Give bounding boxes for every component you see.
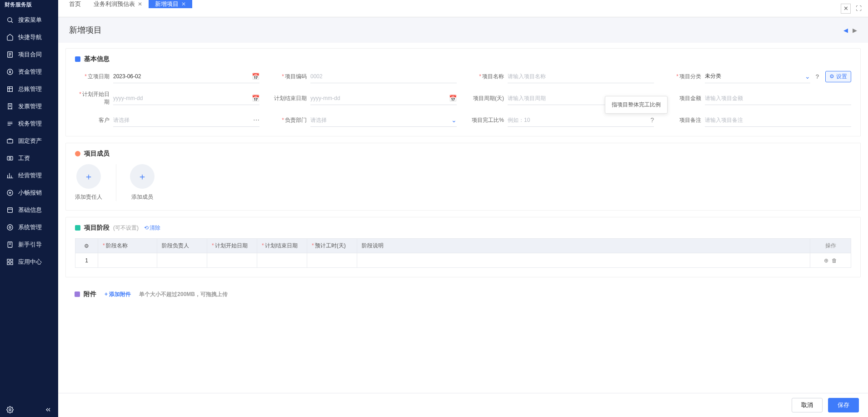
svg-rect-14 xyxy=(7,262,10,265)
system-icon xyxy=(6,224,14,231)
base-icon xyxy=(6,206,14,214)
settings-icon[interactable] xyxy=(6,406,14,413)
sidebar-item-label: 税务管理 xyxy=(18,120,42,128)
category-settings-button[interactable]: ⚙设置 xyxy=(825,71,851,82)
close-all-icon[interactable]: ✕ xyxy=(841,4,851,14)
chevron-down-icon[interactable]: ⌄ xyxy=(451,116,457,124)
more-icon[interactable]: ⋯ xyxy=(253,116,259,124)
field-complete-pct: 项目完工比% ? 指项目整体完工比例 xyxy=(469,113,654,127)
sidebar-item-1[interactable]: 快捷导航 xyxy=(0,29,58,46)
field-amount: 项目金额 xyxy=(667,90,851,106)
divider xyxy=(116,164,116,201)
remark-input[interactable] xyxy=(705,117,851,123)
field-dept: *负责部门 ⌄ xyxy=(272,113,457,127)
chevron-down-icon[interactable]: ⌄ xyxy=(805,73,810,80)
project-category-select[interactable]: 未分类 xyxy=(705,72,721,80)
add-owner-button[interactable]: ＋ xyxy=(76,164,101,189)
tabs-bar: 首页业务利润预估表✕新增项目✕ ✕ ⛶ xyxy=(58,0,868,17)
expand-icon[interactable]: ⛶ xyxy=(853,4,863,14)
project-name-input[interactable] xyxy=(508,73,654,80)
project-date-input[interactable] xyxy=(113,73,250,80)
calendar-icon[interactable]: 📅 xyxy=(252,95,259,102)
sidebar-item-14[interactable]: 应用中心 xyxy=(0,253,58,271)
phases-table: ⚙ *阶段名称 阶段负责人 *计划开始日期 *计划结束日期 *预计工时(天) 阶… xyxy=(75,238,851,268)
apps-icon xyxy=(6,258,14,266)
sidebar-item-5[interactable]: 发票管理 xyxy=(0,98,58,115)
sidebar-item-13[interactable]: 新手引导 xyxy=(0,236,58,253)
phases-hint: (可不设置) xyxy=(113,224,139,232)
cell-phase-start[interactable] xyxy=(207,253,257,268)
amount-input[interactable] xyxy=(705,95,851,101)
customer-input[interactable] xyxy=(113,117,251,123)
field-plan-end: 计划结束日期 📅 xyxy=(272,90,457,106)
guide-icon xyxy=(6,241,14,248)
sidebar-item-9[interactable]: 经营管理 xyxy=(0,167,58,184)
sidebar-item-label: 发票管理 xyxy=(18,102,42,111)
phases-clear-button[interactable]: 清除 xyxy=(144,224,160,232)
cell-phase-owner[interactable] xyxy=(157,253,207,268)
gear-icon[interactable]: ⚙ xyxy=(84,243,89,249)
cancel-button[interactable]: 取消 xyxy=(792,398,823,412)
row-delete-icon[interactable]: 🗑 xyxy=(832,257,837,264)
svg-rect-13 xyxy=(10,259,13,261)
field-project-category: *项目分类 未分类 ⌄ ? ⚙设置 xyxy=(667,70,851,83)
row-add-icon[interactable]: ⊕ xyxy=(824,257,828,264)
add-member-label: 添加成员 xyxy=(131,193,153,201)
sidebar-item-8[interactable]: 工资 xyxy=(0,150,58,167)
add-attachment-button[interactable]: + 添加附件 xyxy=(105,291,131,298)
dept-input[interactable] xyxy=(310,117,449,123)
expense-icon xyxy=(6,189,14,196)
svg-rect-3 xyxy=(8,87,13,92)
attachment-hint: 单个大小不超过200MB，可拖拽上传 xyxy=(139,291,228,298)
sidebar-item-label: 应用中心 xyxy=(18,258,42,266)
app-root: 财务服务版 搜索菜单快捷导航项目合同资金管理总账管理发票管理税务管理固定资产工资… xyxy=(0,0,868,417)
svg-point-6 xyxy=(9,157,11,159)
add-member-button[interactable]: ＋ xyxy=(130,164,155,189)
cell-phase-desc[interactable] xyxy=(357,253,810,268)
sidebar-item-11[interactable]: 基础信息 xyxy=(0,201,58,219)
main: 首页业务利润预估表✕新增项目✕ ✕ ⛶ 新增项目 ◀ ▶ 基本信息 xyxy=(58,0,868,417)
table-header-row: ⚙ *阶段名称 阶段负责人 *计划开始日期 *计划结束日期 *预计工时(天) 阶… xyxy=(75,239,851,253)
sidebar-item-2[interactable]: 项目合同 xyxy=(0,46,58,63)
cell-phase-hours[interactable] xyxy=(307,253,357,268)
calendar-icon[interactable]: 📅 xyxy=(449,95,457,102)
tab-1[interactable]: 业务利润预估表✕ xyxy=(87,0,149,8)
members-section-title: 项目成员 xyxy=(84,150,110,158)
phases-section-title: 项目阶段 xyxy=(84,224,110,232)
svg-point-0 xyxy=(8,18,12,22)
doc-icon xyxy=(6,51,14,58)
plan-end-input[interactable] xyxy=(310,95,447,101)
tab-2[interactable]: 新增项目✕ xyxy=(149,0,192,8)
help-icon[interactable]: ? xyxy=(816,73,819,80)
field-customer: 客户 ⋯ xyxy=(75,113,259,127)
collapse-icon[interactable] xyxy=(45,406,52,413)
sidebar-item-12[interactable]: 系统管理 xyxy=(0,219,58,236)
tab-close-icon[interactable]: ✕ xyxy=(181,1,186,7)
svg-rect-4 xyxy=(7,140,13,143)
money-icon xyxy=(6,68,14,75)
sidebar-item-4[interactable]: 总账管理 xyxy=(0,80,58,98)
tab-0[interactable]: 首页 xyxy=(63,0,87,8)
svg-point-16 xyxy=(9,409,11,411)
sidebar-item-3[interactable]: 资金管理 xyxy=(0,63,58,80)
search-icon xyxy=(6,16,14,24)
salary-icon xyxy=(6,155,14,162)
add-member: ＋ 添加成员 xyxy=(130,164,155,201)
sidebar-item-0[interactable]: 搜索菜单 xyxy=(0,11,58,29)
help-icon[interactable]: ? xyxy=(650,116,654,124)
next-page-icon[interactable]: ▶ xyxy=(853,27,857,34)
tab-close-icon[interactable]: ✕ xyxy=(138,1,142,7)
prev-page-icon[interactable]: ◀ xyxy=(843,27,848,34)
complete-pct-input[interactable] xyxy=(508,117,649,123)
save-button[interactable]: 保存 xyxy=(828,398,859,412)
field-project-date: *立项日期 📅 xyxy=(75,70,259,83)
cell-phase-end[interactable] xyxy=(257,253,307,268)
plan-start-input[interactable] xyxy=(113,95,250,101)
calendar-icon[interactable]: 📅 xyxy=(252,73,259,80)
sidebar-item-7[interactable]: 固定资产 xyxy=(0,132,58,150)
sidebar-item-10[interactable]: 小畅报销 xyxy=(0,184,58,201)
cell-phase-name[interactable] xyxy=(98,253,157,268)
sidebar-item-6[interactable]: 税务管理 xyxy=(0,115,58,132)
field-project-name: *项目名称 xyxy=(469,70,654,83)
project-code-input[interactable] xyxy=(310,73,457,80)
